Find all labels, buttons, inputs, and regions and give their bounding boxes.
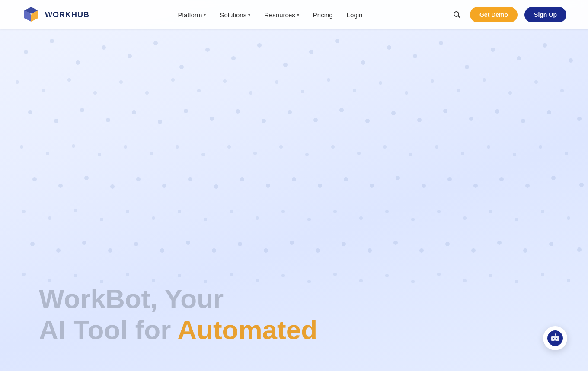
chat-widget-icon (547, 330, 563, 346)
svg-point-38 (431, 79, 434, 83)
svg-point-86 (539, 145, 542, 149)
svg-point-131 (567, 216, 570, 220)
svg-point-109 (579, 183, 584, 187)
chat-bot-icon (550, 333, 560, 343)
nav-item-platform[interactable]: Platform ▾ (178, 11, 206, 19)
svg-point-165 (307, 280, 311, 283)
svg-point-30 (223, 79, 227, 83)
svg-point-48 (132, 110, 136, 114)
svg-point-23 (42, 89, 45, 92)
navbar: WORKHUB Platform ▾ Solutions ▾ Resources… (0, 0, 588, 29)
svg-point-60 (443, 109, 447, 113)
svg-point-51 (210, 117, 214, 121)
svg-point-43 (560, 89, 564, 92)
svg-point-173 (515, 280, 518, 283)
svg-point-72 (176, 145, 179, 149)
logo-area[interactable]: WORKHUB (22, 5, 89, 24)
svg-point-15 (413, 54, 417, 58)
nav-item-resources[interactable]: Resources ▾ (264, 11, 299, 19)
svg-point-150 (497, 241, 502, 245)
svg-point-180 (30, 13, 32, 15)
get-demo-button[interactable]: Get Demo (470, 7, 518, 22)
svg-point-118 (230, 210, 233, 213)
nav-item-login[interactable]: Login (347, 11, 363, 19)
svg-point-89 (58, 184, 63, 188)
svg-point-3 (102, 45, 106, 50)
svg-point-22 (16, 80, 19, 84)
svg-point-77 (305, 153, 309, 156)
platform-chevron-icon: ▾ (204, 13, 206, 17)
svg-point-116 (178, 210, 181, 213)
svg-point-31 (249, 91, 252, 95)
svg-point-148 (445, 242, 450, 246)
search-button[interactable] (451, 9, 463, 21)
svg-point-96 (240, 177, 244, 181)
svg-point-132 (30, 242, 35, 246)
svg-point-153 (577, 247, 582, 252)
svg-point-40 (483, 78, 486, 82)
svg-point-24 (67, 78, 71, 82)
svg-point-114 (126, 210, 129, 213)
svg-point-64 (547, 110, 551, 114)
svg-point-140 (238, 242, 242, 246)
hero-title-line1: WorkBot, Your (39, 283, 317, 314)
svg-point-112 (74, 209, 77, 212)
svg-point-143 (316, 248, 320, 253)
svg-point-6 (179, 65, 184, 69)
sign-up-button[interactable]: Sign Up (524, 7, 566, 22)
svg-point-98 (292, 177, 296, 181)
svg-point-87 (565, 152, 568, 155)
svg-point-42 (534, 80, 538, 84)
nav-right: Get Demo Sign Up (451, 7, 566, 22)
svg-point-129 (515, 218, 518, 221)
svg-point-4 (128, 54, 132, 58)
hero-title-line2: AI Tool for Automated (39, 314, 317, 345)
nav-platform-label: Platform (178, 11, 202, 19)
svg-point-2 (76, 60, 80, 65)
svg-point-12 (335, 39, 339, 43)
svg-point-122 (333, 210, 337, 213)
svg-point-93 (162, 184, 166, 188)
svg-point-63 (521, 119, 525, 123)
svg-point-111 (48, 216, 51, 220)
svg-point-139 (212, 248, 216, 253)
svg-point-185 (556, 338, 557, 339)
svg-point-45 (54, 119, 58, 123)
svg-point-49 (158, 120, 162, 124)
svg-point-20 (543, 43, 547, 48)
svg-point-9 (257, 43, 262, 48)
svg-point-55 (313, 118, 318, 122)
svg-point-10 (283, 63, 288, 67)
svg-point-156 (74, 274, 77, 277)
hero-title-plain: AI Tool for (39, 315, 177, 345)
svg-point-154 (22, 273, 26, 276)
svg-point-174 (541, 273, 544, 276)
svg-point-121 (307, 218, 311, 221)
svg-point-90 (84, 176, 89, 180)
svg-point-0 (24, 50, 28, 54)
resources-chevron-icon: ▾ (297, 13, 299, 17)
svg-point-113 (100, 218, 103, 221)
svg-point-106 (499, 177, 504, 181)
svg-point-1 (50, 39, 54, 43)
svg-point-17 (465, 65, 469, 69)
svg-point-168 (385, 274, 389, 277)
svg-point-13 (361, 60, 365, 65)
nav-item-pricing[interactable]: Pricing (313, 11, 333, 19)
svg-point-71 (150, 152, 153, 155)
svg-point-142 (290, 241, 294, 245)
svg-point-100 (344, 177, 348, 181)
svg-point-164 (281, 274, 285, 277)
svg-point-103 (422, 184, 426, 188)
svg-point-68 (72, 144, 75, 148)
svg-point-66 (20, 145, 23, 149)
svg-point-75 (253, 152, 257, 155)
svg-point-47 (106, 118, 110, 122)
svg-point-188 (555, 333, 556, 334)
svg-point-39 (457, 89, 460, 92)
svg-point-65 (577, 117, 582, 121)
nav-item-solutions[interactable]: Solutions ▾ (220, 11, 250, 19)
svg-point-141 (264, 248, 268, 253)
chat-widget[interactable] (543, 326, 567, 350)
hero-title: WorkBot, Your AI Tool for Automated (39, 283, 317, 345)
